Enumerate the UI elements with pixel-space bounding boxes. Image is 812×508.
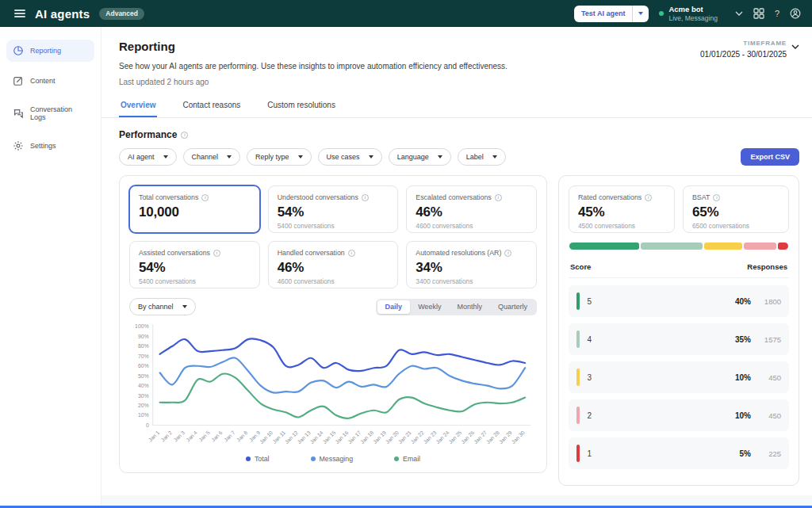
metric-handled-conversation[interactable]: Handled conversation 46% 4600 conversati… (268, 241, 399, 288)
page-title: Reporting (119, 40, 508, 53)
sidebar-item-reporting[interactable]: Reporting (6, 40, 94, 62)
sidebar-item-conversation-logs[interactable]: Conversation Logs (6, 100, 94, 127)
info-icon[interactable] (504, 250, 511, 257)
metric-automated-resolutions[interactable]: Automated resolutions (AR) 34% 3400 conv… (406, 241, 537, 288)
svg-text:70%: 70% (138, 353, 149, 359)
top-bar: AI agents Advanced Test AI agent Acme bo… (0, 0, 812, 27)
svg-text:Jan 3: Jan 3 (172, 430, 186, 443)
svg-text:Jan 13: Jan 13 (297, 430, 312, 445)
metric-sub: 5400 conversations (139, 277, 251, 285)
svg-text:Jan 28: Jan 28 (485, 430, 500, 445)
caret-down-icon (163, 155, 168, 159)
responses-header: Responses (747, 262, 787, 271)
info-icon[interactable] (181, 132, 188, 139)
score-table: 5 40% 1800 4 35% 1575 (569, 285, 789, 469)
metric-value: 46% (416, 204, 527, 220)
svg-text:Jan 26: Jan 26 (460, 430, 475, 445)
svg-text:50%: 50% (138, 373, 149, 379)
tab-contact-reasons[interactable]: Contact reasons (181, 97, 242, 117)
last-updated: Last updated 2 hours ago (119, 78, 508, 86)
metric-total-conversations[interactable]: Total conversations 10,000 (129, 185, 260, 233)
menu-icon[interactable] (14, 10, 25, 17)
svg-text:Jan 30: Jan 30 (511, 430, 526, 445)
score-row-2: 2 10% 450 (569, 399, 789, 431)
test-ai-agent-label[interactable]: Test AI agent (574, 6, 633, 22)
info-icon[interactable] (201, 194, 209, 201)
bot-name: Acme bot (668, 5, 717, 13)
svg-text:Jan 24: Jan 24 (435, 430, 450, 445)
legend-dot-icon (394, 456, 399, 461)
tab-overview[interactable]: Overview (119, 97, 157, 117)
score-header: Score (570, 262, 591, 271)
sidebar-item-settings[interactable]: Settings (6, 135, 94, 157)
score-color-bar (576, 330, 580, 348)
legend-item-email[interactable]: Email (394, 455, 420, 463)
export-csv-button[interactable]: Export CSV (741, 148, 799, 166)
filter-channel[interactable]: Channel (183, 148, 241, 166)
svg-text:Jan 12: Jan 12 (284, 430, 299, 445)
filter-use-cases[interactable]: Use cases (318, 148, 382, 166)
svg-text:Jan 6: Jan 6 (210, 430, 224, 443)
svg-text:Jan 21: Jan 21 (397, 430, 412, 445)
distribution-segment (569, 243, 639, 250)
group-by-channel-dropdown[interactable]: By channel (129, 298, 196, 315)
caret-down-icon (369, 155, 373, 159)
metric-rated-conversations[interactable]: Rated conversations 45% 4500 conversatio… (569, 185, 675, 233)
chevron-down-icon[interactable] (735, 11, 743, 16)
svg-text:Jan 5: Jan 5 (197, 430, 211, 443)
performance-section: Performance AI agent Channel Reply type … (102, 118, 812, 486)
timeframe-picker[interactable]: TIMEFRAME 01/01/2025 - 30/01/2025 (700, 40, 799, 86)
filter-reply-type[interactable]: Reply type (247, 148, 312, 166)
svg-text:Jan 25: Jan 25 (447, 430, 462, 445)
chat-bubbles-icon (13, 108, 24, 119)
svg-text:Jan 29: Jan 29 (498, 430, 513, 445)
info-icon[interactable] (713, 194, 720, 201)
metric-assisted-conversations[interactable]: Assisted conversations 54% 5400 conversa… (129, 241, 260, 288)
svg-text:20%: 20% (138, 403, 149, 408)
metric-understood-conversations[interactable]: Understood conversations 54% 5400 conver… (268, 185, 399, 233)
help-icon[interactable]: ? (775, 9, 779, 18)
interval-weekly[interactable]: Weekly (410, 300, 449, 314)
sidebar: Reporting Content Conversation Logs Sett… (0, 27, 102, 506)
legend-item-total[interactable]: Total (246, 455, 270, 463)
svg-text:Jan 7: Jan 7 (223, 430, 236, 443)
score-color-bar (576, 369, 580, 386)
app-root: AI agents Advanced Test AI agent Acme bo… (0, 0, 812, 508)
metric-bsat[interactable]: BSAT 65% 6500 conversations (683, 185, 789, 233)
svg-text:30%: 30% (138, 393, 149, 399)
filter-ai-agent[interactable]: AI agent (119, 148, 177, 166)
svg-text:Jan 18: Jan 18 (359, 430, 374, 445)
metric-escalated-conversations[interactable]: Escalated conversations 46% 4600 convers… (406, 185, 537, 233)
tab-bar: Overview Contact reasons Custom resoluti… (102, 97, 812, 118)
sidebar-item-content[interactable]: Content (6, 70, 94, 92)
info-icon[interactable] (645, 194, 652, 201)
info-icon[interactable] (495, 194, 502, 201)
tab-custom-resolutions[interactable]: Custom resolutions (266, 97, 337, 117)
caret-down-icon (438, 155, 442, 159)
info-icon[interactable] (362, 194, 369, 201)
caret-down-icon (492, 155, 497, 159)
apps-grid-icon[interactable] (753, 8, 764, 19)
interval-daily[interactable]: Daily (377, 300, 411, 314)
svg-text:Jan 23: Jan 23 (422, 430, 437, 445)
svg-text:Jan 22: Jan 22 (410, 430, 425, 445)
info-icon[interactable] (348, 250, 355, 257)
legend-item-messaging[interactable]: Messaging (311, 455, 354, 463)
svg-text:Jan 4: Jan 4 (185, 430, 198, 443)
svg-text:Jan 1: Jan 1 (147, 430, 161, 443)
interval-quarterly[interactable]: Quarterly (490, 300, 535, 314)
filter-label[interactable]: Label (458, 148, 506, 166)
edit-icon (13, 75, 24, 86)
metric-sub: 6500 conversations (692, 222, 779, 230)
caret-down-icon (182, 305, 187, 308)
bot-selector[interactable]: Acme bot Live, Messaging (659, 5, 742, 22)
metric-value: 54% (139, 260, 251, 276)
test-ai-agent-button[interactable]: Test AI agent (574, 6, 649, 22)
interval-monthly[interactable]: Monthly (449, 300, 490, 314)
info-icon[interactable] (213, 250, 220, 257)
test-ai-agent-dropdown[interactable] (632, 6, 649, 22)
caret-down-icon (298, 155, 303, 159)
filter-language[interactable]: Language (389, 148, 451, 166)
account-icon[interactable] (790, 8, 801, 19)
distribution-segment (704, 243, 742, 250)
